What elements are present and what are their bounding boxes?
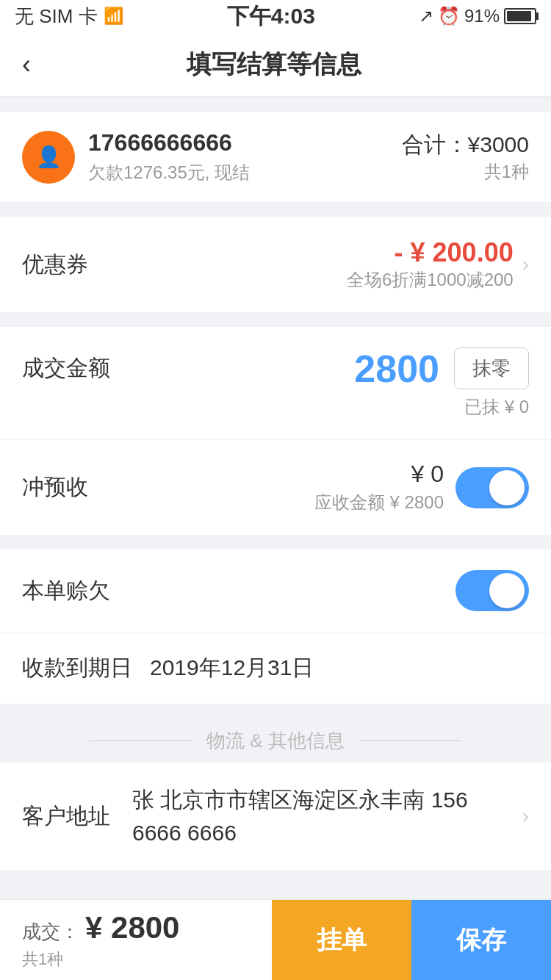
debit-toggle[interactable] xyxy=(455,570,529,611)
address-section[interactable]: 客户地址 张 北京市市辖区海淀区永丰南 156 6666 6666 › xyxy=(0,763,551,870)
total-amount: 合计：¥3000 xyxy=(402,130,529,160)
location-icon: ↗ xyxy=(419,6,433,26)
customer-right: 合计：¥3000 共1种 xyxy=(402,130,529,184)
battery-icon xyxy=(504,8,536,24)
bottom-bar: 成交： ¥ 2800 共1种 挂单 保存 xyxy=(0,899,551,980)
prepay-row: 冲预收 ¥ 0 应收金额 ¥ 2800 xyxy=(22,461,529,514)
avatar: 👤 xyxy=(22,131,75,184)
bottom-summary: 成交： ¥ 2800 共1种 xyxy=(0,910,272,970)
prepay-sub: 应收金额 ¥ 2800 xyxy=(314,491,444,514)
total-count: 共1种 xyxy=(402,160,529,184)
due-date-value: 2019年12月31日 xyxy=(150,653,314,683)
deal-amount-right: 2800 抹零 xyxy=(354,347,529,389)
address-chevron-icon: › xyxy=(522,804,529,828)
prepay-section: 冲预收 ¥ 0 应收金额 ¥ 2800 xyxy=(0,440,551,535)
status-bar: 无 SIM 卡 📶 下午4:03 ↗ ⏰ 91% xyxy=(0,0,551,32)
coupon-chevron-icon: › xyxy=(522,253,529,276)
coupon-right: - ¥ 200.00 全场6折满1000减200 › xyxy=(347,237,529,292)
status-right: ↗ ⏰ 91% xyxy=(419,6,536,26)
section-divider-4 xyxy=(0,704,551,718)
due-date-section: 收款到期日 2019年12月31日 xyxy=(0,633,551,704)
prepay-amount-col: ¥ 0 应收金额 ¥ 2800 xyxy=(314,461,444,514)
prepay-amount: ¥ 0 xyxy=(314,461,444,488)
address-label: 客户地址 xyxy=(22,801,110,832)
customer-sub-info: 欠款1276.35元, 现结 xyxy=(88,161,250,184)
bottom-deal-label: 成交： xyxy=(22,919,79,945)
logistics-divider: 物流 & 其他信息 xyxy=(0,718,551,763)
coupon-desc: 全场6折满1000减200 xyxy=(347,268,514,292)
round-button[interactable]: 抹零 xyxy=(454,347,529,389)
deal-amount-row: 成交金额 2800 抹零 xyxy=(22,347,529,389)
deal-amount-value: 2800 xyxy=(354,350,439,388)
avatar-icon: 👤 xyxy=(36,145,62,169)
coupon-label: 优惠券 xyxy=(22,250,88,280)
due-date-label: 收款到期日 xyxy=(22,653,132,683)
debit-label: 本单赊欠 xyxy=(22,576,110,606)
section-divider-1 xyxy=(0,202,551,217)
deal-amount-sub: 已抹 ¥ 0 xyxy=(22,395,529,419)
deal-amount-label: 成交金额 xyxy=(22,353,110,383)
prepay-toggle[interactable] xyxy=(455,467,529,508)
bottom-deal-amount: ¥ 2800 xyxy=(85,910,179,945)
time-label: 下午4:03 xyxy=(227,1,315,32)
customer-phone: 17666666666 xyxy=(88,129,250,156)
battery-percent: 91% xyxy=(464,6,500,26)
status-left: 无 SIM 卡 📶 xyxy=(15,4,123,29)
page-title: 填写结算等信息 xyxy=(46,48,503,82)
section-divider-3 xyxy=(0,535,551,550)
customer-card: 👤 17666666666 欠款1276.35元, 现结 合计：¥3000 共1… xyxy=(0,112,551,202)
wifi-icon: 📶 xyxy=(104,7,123,26)
debit-toggle-knob xyxy=(489,573,525,608)
save-button[interactable]: 保存 xyxy=(411,900,551,981)
customer-info: 17666666666 欠款1276.35元, 现结 xyxy=(88,129,250,184)
nav-bar: ‹ 填写结算等信息 xyxy=(0,32,551,97)
alarm-icon: ⏰ xyxy=(438,6,460,26)
logistics-label: 物流 & 其他信息 xyxy=(89,728,462,754)
coupon-row[interactable]: 优惠券 - ¥ 200.00 全场6折满1000减200 › xyxy=(0,217,551,312)
customer-left: 👤 17666666666 欠款1276.35元, 现结 xyxy=(22,129,250,184)
address-value: 张 北京市市辖区海淀区永丰南 156 6666 6666 xyxy=(132,783,522,849)
prepay-right: ¥ 0 应收金额 ¥ 2800 xyxy=(314,461,529,514)
section-divider-2 xyxy=(0,312,551,327)
back-button[interactable]: ‹ xyxy=(22,49,31,80)
prepay-label: 冲预收 xyxy=(22,472,88,502)
bottom-count: 共1种 xyxy=(22,948,250,970)
toggle-knob xyxy=(489,470,525,505)
carrier-label: 无 SIM 卡 xyxy=(15,4,98,29)
deal-amount-section: 成交金额 2800 抹零 已抹 ¥ 0 xyxy=(0,327,551,440)
hang-button[interactable]: 挂单 xyxy=(272,900,411,981)
debit-section: 本单赊欠 xyxy=(0,550,551,632)
coupon-amount: - ¥ 200.00 xyxy=(347,237,514,268)
bottom-deal-row: 成交： ¥ 2800 xyxy=(22,910,250,945)
